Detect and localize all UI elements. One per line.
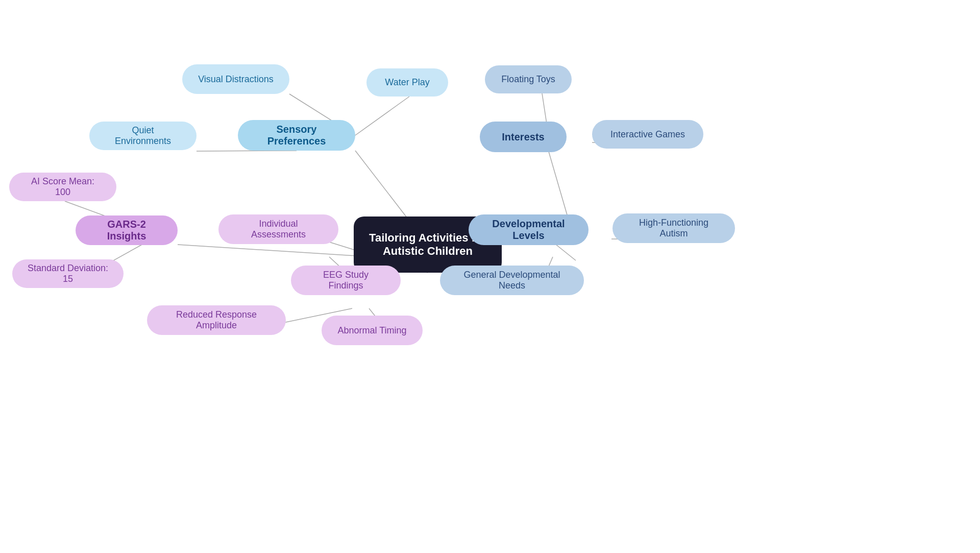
interests-node[interactable]: Interests [480,122,567,152]
eeg-study-findings-node[interactable]: EEG Study Findings [291,266,401,295]
developmental-levels-node[interactable]: Developmental Levels [469,214,589,245]
standard-deviation-node[interactable]: Standard Deviation: 15 [12,259,124,288]
svg-line-6 [355,97,409,135]
high-functioning-autism-node[interactable]: High-Functioning Autism [612,213,735,243]
gars-2-insights-node[interactable]: GARS-2 Insights [76,215,178,245]
floating-toys-node[interactable]: Floating Toys [485,65,572,93]
reduced-response-amplitude-node[interactable]: Reduced Response Amplitude [147,305,286,335]
individual-assessments-node[interactable]: Individual Assessments [218,214,338,244]
svg-line-7 [197,151,297,151]
ai-score-mean-node[interactable]: AI Score Mean: 100 [9,173,116,201]
interactive-games-node[interactable]: Interactive Games [592,120,703,149]
water-play-node[interactable]: Water Play [366,68,448,97]
visual-distractions-node[interactable]: Visual Distractions [182,64,289,94]
sensory-preferences-node[interactable]: Sensory Preferences [238,120,355,151]
quiet-environments-node[interactable]: Quiet Environments [89,122,197,150]
general-developmental-needs-node[interactable]: General Developmental Needs [440,266,584,295]
abnormal-timing-node[interactable]: Abnormal Timing [322,316,423,345]
